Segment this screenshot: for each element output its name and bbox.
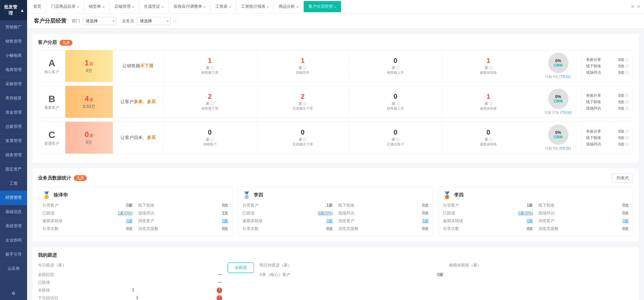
stat-val-2-5[interactable]: 0家 [622,218,629,224]
metric-info-icon-A-2[interactable]: ⓘ [396,66,400,70]
follow-grid: 今日跟进（家） 未跟踪型—已联络—未联络11下次回访日11 去跟进 明日待跟进（… [38,262,633,300]
right-stat-label-C-2: 现场拜访 [586,142,601,147]
metric-info-icon-B-1[interactable]: ⓘ [303,101,306,106]
metric-block-B-0[interactable]: 2家ⓘ销售额下滑 [164,86,256,118]
salesperson-select[interactable]: 请选择 [137,17,171,25]
sidebar-item-电商管理[interactable]: 电商管理 [0,63,27,77]
right-stat-info-B-2[interactable]: ⓘ [625,107,629,110]
sidebar-item-固定资产[interactable]: 固定资产 [0,162,27,177]
sidebar-item-新手引导[interactable]: 新手引导 [0,248,27,262]
stat-val-1-4[interactable]: 0家 [326,218,333,224]
more-options-icon[interactable]: ··· [173,19,177,24]
sidebar-item-总账管理[interactable]: 总账管理 [0,120,27,134]
metric-block-A-2[interactable]: 0家ⓘ销售额上升 [349,50,442,82]
tab-应收应付调整单[interactable]: 应收应付调整单× [169,1,211,12]
tab-销货单[interactable]: 销货单× [84,1,109,12]
sidebar-item-系统管理[interactable]: 系统管理 [0,219,27,233]
right-stat-info-C-0[interactable]: ⓘ [625,130,629,133]
right-stat-info-C-2[interactable]: ⓘ [625,142,629,146]
metric-info-icon-C-0[interactable]: ⓘ [210,137,214,142]
metric-info-icon-C-3[interactable]: ⓘ [489,137,492,142]
metric-block-A-0[interactable]: 1家ⓘ销售额下滑 [164,50,256,82]
staff-stat-right-2-0: 线下联络0次 [538,203,629,208]
settings-button[interactable]: ⚙ [0,287,27,300]
right-stat-label-B-2: 现场拜访 [586,106,601,111]
tab-首页[interactable]: 首页 [28,1,46,12]
metric-info-icon-B-3[interactable]: ⓘ [489,101,492,106]
sidebar-item-库存核算[interactable]: 库存核算 [0,91,27,106]
window-menu-icon[interactable]: ≡ [637,4,640,9]
sidebar-item-资金管理[interactable]: 资金管理 [0,106,27,120]
tab-close-应收应付调整单[interactable]: × [203,5,206,9]
staff-stat-left-2-2: 已跟进0家(0%) [443,210,533,216]
sidebar-item-经营管理[interactable]: 经营管理 [0,191,27,205]
tab-商品分析[interactable]: 商品分析× [274,1,303,12]
metric-info-icon-A-1[interactable]: ⓘ [303,66,306,70]
sidebar-item-销售管理[interactable]: 销售管理 [0,34,27,49]
tab-close-门店商品目录[interactable]: × [77,5,79,9]
tab-门店商品目录[interactable]: 门店商品目录× [46,1,84,12]
metric-info-icon-A-3[interactable]: ⓘ [489,66,492,70]
metric-info-icon-A-0[interactable]: ⓘ [210,66,214,70]
tab-工资统计报表[interactable]: 工资统计报表× [236,1,274,12]
tab-close-店铺管理[interactable]: × [132,5,134,9]
metric-info-icon-B-0[interactable]: ⓘ [210,101,214,106]
sidebar-item-基础信息[interactable]: 基础信息 [0,205,27,219]
metric-block-A-3[interactable]: 1家ⓘ逾期未联络 [442,50,535,82]
sidebar-item-营销推广[interactable]: 营销推广 [0,20,27,34]
metric-info-icon-C-1[interactable]: ⓘ [303,137,306,142]
tab-close-客户分层经营[interactable]: × [334,5,336,9]
staff-medal-2: 🥉 [443,191,451,199]
tab-close-工资表[interactable]: × [229,5,231,9]
metric-block-B-2[interactable]: 0家ⓘ销售额上升 [349,86,442,118]
metric-block-B-3[interactable]: 1家ⓘ逾期未联络 [442,86,535,118]
list-view-button[interactable]: 列表式 [612,174,633,183]
metric-block-A-1[interactable]: 1家ⓘ回购异常 [256,50,349,82]
sidebar-header[interactable]: 批发管理 ▲ [0,0,27,20]
metric-block-C-1[interactable]: 0家ⓘ交易频次下滑 [256,122,349,154]
goto-follow-button[interactable]: 去跟进 [228,262,254,273]
metric-block-B-1[interactable]: 2家ⓘ交易频次下滑 [256,86,349,118]
window-close-icon[interactable]: ✕ [631,4,635,9]
tab-客户分层经营[interactable]: 客户分层经营× [304,1,341,12]
stat-val-1-5[interactable]: 0家 [422,218,429,224]
tab-close-工资统计报表[interactable]: × [267,5,269,9]
right-stat-label-B-1: 线下联络 [586,99,601,105]
right-stat-info-A-1[interactable]: ⓘ [625,64,629,68]
tab-店铺管理[interactable]: 店铺管理× [110,1,139,12]
right-stat-info-B-1[interactable]: ⓘ [625,100,629,104]
tier-count-C[interactable]: 0家0万 [65,122,113,154]
metric-block-C-0[interactable]: 0家ⓘ休眠客户 [164,122,256,154]
metric-label-C-1: 家ⓘ [299,137,306,142]
metric-block-C-2[interactable]: 0家ⓘ已激活客户 [349,122,442,154]
sidebar-item-发票管理[interactable]: 发票管理 [0,134,27,148]
tier-count-B[interactable]: 4家0.53万 [65,86,113,118]
metric-block-C-3[interactable]: 0家ⓘ逾期未联络 [442,122,535,154]
tab-生成凭证[interactable]: 生成凭证× [139,1,169,12]
tab-close-生成凭证[interactable]: × [162,5,164,9]
sidebar-item-企业协同[interactable]: 企业协同 [0,233,27,248]
sidebar-item-税务管理[interactable]: 税务管理 [0,148,27,162]
right-stat-info-C-1[interactable]: ⓘ [625,136,629,140]
right-stat-info-A-2[interactable]: ⓘ [625,71,629,74]
sidebar-item-小畅电商[interactable]: 小畅电商 [0,49,27,63]
dept-select[interactable]: 请选择 [83,17,116,25]
stat-val-2-4[interactable]: 0家 [527,218,533,224]
stat-val-2-2[interactable]: 0家(0%) [518,210,533,216]
stat-val-1-2[interactable]: 0家(0%) [318,210,333,216]
sidebar-item-采购管理[interactable]: 采购管理 [0,77,27,91]
right-stat-info-B-0[interactable]: ⓘ [625,94,629,97]
metric-info-icon-B-2[interactable]: ⓘ [396,101,400,106]
right-stat-info-A-0[interactable]: ⓘ [625,58,629,62]
tab-close-销货单[interactable]: × [102,5,104,9]
sidebar-item-工资[interactable]: 工资 [0,177,27,191]
staff-stat-left-1-0: 分管客户1家 [242,203,333,208]
stat-val-0-2[interactable]: 1家(0%) [118,210,133,216]
metric-info-icon-C-2[interactable]: ⓘ [396,137,400,142]
stat-val-0-5[interactable]: 0家 [222,218,229,224]
tab-工资表[interactable]: 工资表× [211,1,236,12]
sidebar-item-云应用[interactable]: 云应用 [0,262,27,276]
stat-val-0-4[interactable]: 0家 [126,218,133,224]
tab-close-商品分析[interactable]: × [296,5,298,9]
tier-count-A[interactable]: 1家0万 [65,50,113,82]
